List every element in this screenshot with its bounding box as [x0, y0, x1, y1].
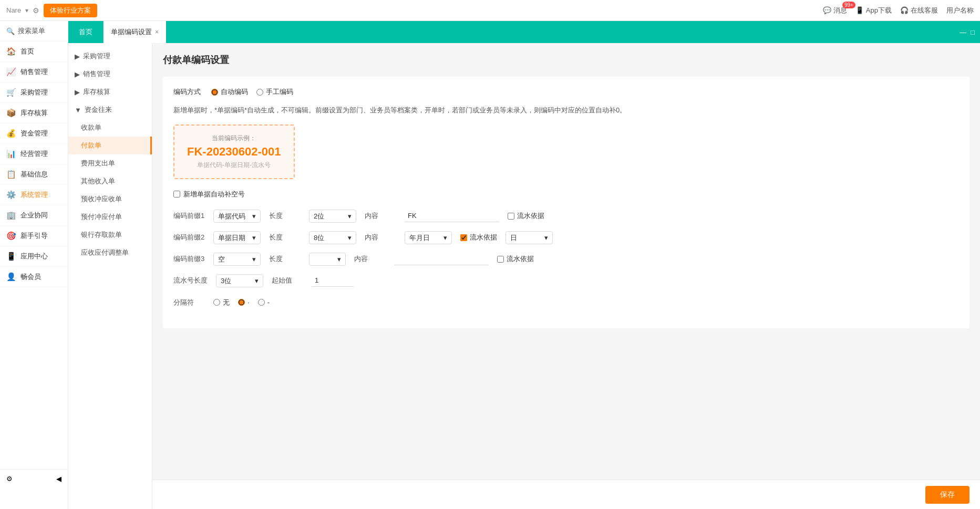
sidebar-item-label: 应用中心 [20, 252, 48, 261]
sub-item-other-income[interactable]: 其他收入单 [68, 172, 152, 190]
example-desc: 单据代码-单据日期-流水号 [187, 161, 281, 170]
minimize-icon[interactable]: — [960, 28, 966, 36]
user-avatar[interactable]: 用户名称 [946, 6, 974, 15]
sidebar-item-label: 资金管理 [20, 129, 48, 138]
sidebar-item-home[interactable]: 🏠 首页 [0, 41, 68, 62]
sub-item-advance-receivable[interactable]: 预收冲应收单 [68, 190, 152, 208]
sidebar-item-label: 系统管理 [20, 190, 48, 200]
start-value-input[interactable] [312, 274, 354, 287]
serial-length-select-input[interactable]: 3位 [221, 277, 253, 285]
prefix-2-select[interactable]: 单据日期 ▾ [213, 231, 261, 244]
save-button[interactable]: 保存 [925, 486, 969, 504]
length-1-select-input[interactable]: 2位 [314, 212, 346, 220]
serial-3-label: 流水依据 [507, 254, 534, 264]
sep-dot-radio[interactable] [238, 299, 245, 306]
manual-encoding-option[interactable]: 手工编码 [256, 87, 293, 97]
content-1-input[interactable] [405, 210, 499, 222]
sidebar-item-member[interactable]: 👤 畅会员 [0, 267, 68, 287]
serial-1-checkbox[interactable] [508, 213, 514, 220]
sep-none-radio[interactable] [213, 299, 220, 306]
sidebar-item-enterprise[interactable]: 🏢 企业协同 [0, 205, 68, 226]
brand-label: Nare [6, 6, 21, 14]
chevron-down-icon: ▾ [348, 234, 352, 242]
industry-plan-button[interactable]: 体验行业方案 [44, 4, 97, 17]
basic-icon: 📋 [6, 170, 16, 179]
auto-encoding-option[interactable]: 自动编码 [211, 87, 248, 97]
sub-item-payment[interactable]: 付款单 [68, 137, 152, 154]
app-download-button[interactable]: 📱 App下载 [855, 6, 892, 15]
sub-item-receipt[interactable]: 收款单 [68, 119, 152, 137]
prefix-2-label: 编码前缀2 [173, 233, 205, 242]
message-button[interactable]: 💬 消息 99+ [823, 6, 847, 15]
sep-none-option[interactable]: 无 [213, 298, 230, 307]
sidebar-item-operation[interactable]: 📊 经营管理 [0, 144, 68, 164]
prefix-3-select[interactable]: 空 ▾ [213, 253, 261, 266]
tab-active[interactable]: 单据编码设置 × [104, 21, 166, 43]
serial-unit-select-input[interactable]: 日 [510, 234, 542, 242]
purchase-icon: 🛒 [6, 88, 16, 97]
length-1-select[interactable]: 2位 ▾ [309, 210, 356, 223]
chevron-right-icon: ▶ [75, 70, 80, 78]
sidebar-item-purchase[interactable]: 🛒 采购管理 [0, 82, 68, 103]
dropdown-arrow-icon[interactable]: ▾ [25, 7, 28, 14]
length-2-select[interactable]: 8位 ▾ [309, 231, 356, 244]
sep-dash-option[interactable]: - [258, 298, 270, 306]
sep-dot-option[interactable]: · [238, 298, 250, 306]
sub-group-capital[interactable]: ▼ 资金往来 [68, 101, 152, 119]
prefix-3-select-input[interactable]: 空 [218, 255, 250, 263]
sub-group-label: 库存核算 [83, 87, 110, 97]
sub-group-sales[interactable]: ▶ 销售管理 [68, 65, 152, 83]
sep-dash-radio[interactable] [258, 299, 265, 306]
sub-item-advance-payable[interactable]: 预付冲应付单 [68, 208, 152, 226]
prefix-1-select[interactable]: 单据代码 ▾ [213, 210, 261, 223]
sub-group-purchase[interactable]: ▶ 采购管理 [68, 47, 152, 65]
tab-close-icon[interactable]: × [155, 28, 159, 36]
sidebar-settings-icon[interactable]: ⚙ [6, 475, 13, 483]
sub-item-bank-deposit[interactable]: 银行存取款单 [68, 226, 152, 244]
serial-length-select[interactable]: 3位 ▾ [216, 274, 263, 287]
sub-item-expense[interactable]: 费用支出单 [68, 154, 152, 172]
sep-dot-label: · [247, 298, 250, 306]
content-3-label: 内容 [354, 254, 386, 264]
length-3-select-input[interactable] [314, 255, 335, 263]
sidebar-item-apps[interactable]: 📱 应用中心 [0, 246, 68, 267]
auto-fill-checkbox[interactable] [173, 191, 180, 198]
sidebar-item-label: 基础信息 [20, 170, 48, 179]
sidebar-item-guide[interactable]: 🎯 新手引导 [0, 226, 68, 246]
length-3-select[interactable]: ▾ [309, 253, 346, 266]
serial-3-checkbox-label[interactable]: 流水依据 [497, 254, 534, 264]
sidebar-collapse-icon[interactable]: ◀ [56, 475, 61, 483]
sidebar-item-sales[interactable]: 📈 销售管理 [0, 62, 68, 82]
sidebar-item-inventory[interactable]: 📦 库存核算 [0, 103, 68, 123]
auto-fill-row[interactable]: 新增单据自动补空号 [173, 190, 959, 199]
serial-2-checkbox[interactable] [460, 234, 467, 241]
guide-icon: 🎯 [6, 231, 16, 241]
content-3-input[interactable] [394, 253, 489, 265]
serial-2-checkbox-label[interactable]: 流水依据 [460, 233, 497, 242]
content-area: ▶ 采购管理 ▶ 销售管理 ▶ 库存核算 ▼ 资金往来 收款单 付款单 费用支出… [68, 43, 980, 509]
prefix-1-select-input[interactable]: 单据代码 [218, 212, 250, 220]
chevron-right-icon: ▶ [75, 53, 80, 60]
sidebar-item-basic[interactable]: 📋 基础信息 [0, 164, 68, 185]
serial-1-checkbox-label[interactable]: 流水依据 [508, 211, 544, 221]
sub-group-inventory[interactable]: ▶ 库存核算 [68, 83, 152, 101]
settings-icon[interactable]: ⚙ [33, 6, 39, 15]
manual-encoding-radio[interactable] [256, 89, 263, 96]
content-2-select[interactable]: 年月日 ▾ [405, 231, 452, 244]
chevron-down-icon: ▾ [348, 212, 352, 220]
online-service-button[interactable]: 🎧 在线客服 [900, 6, 938, 15]
sidebar-item-label: 新手引导 [20, 231, 48, 241]
sidebar-item-finance[interactable]: 💰 资金管理 [0, 123, 68, 144]
prefix-2-select-input[interactable]: 单据日期 [218, 234, 250, 242]
serial-3-checkbox[interactable] [497, 256, 504, 263]
search-menu-button[interactable]: 🔍 搜索菜单 [0, 21, 68, 41]
maximize-icon[interactable]: □ [971, 28, 975, 36]
serial-unit-select[interactable]: 日 ▾ [506, 231, 553, 244]
auto-encoding-radio[interactable] [211, 89, 218, 96]
tab-home[interactable]: 首页 [68, 21, 104, 43]
app-icon: 📱 [855, 6, 864, 14]
length-2-select-input[interactable]: 8位 [314, 234, 346, 242]
sub-item-receivable-adj[interactable]: 应收应付调整单 [68, 244, 152, 262]
content-2-select-input[interactable]: 年月日 [409, 234, 441, 242]
sidebar-item-system[interactable]: ⚙️ 系统管理 [0, 185, 68, 205]
